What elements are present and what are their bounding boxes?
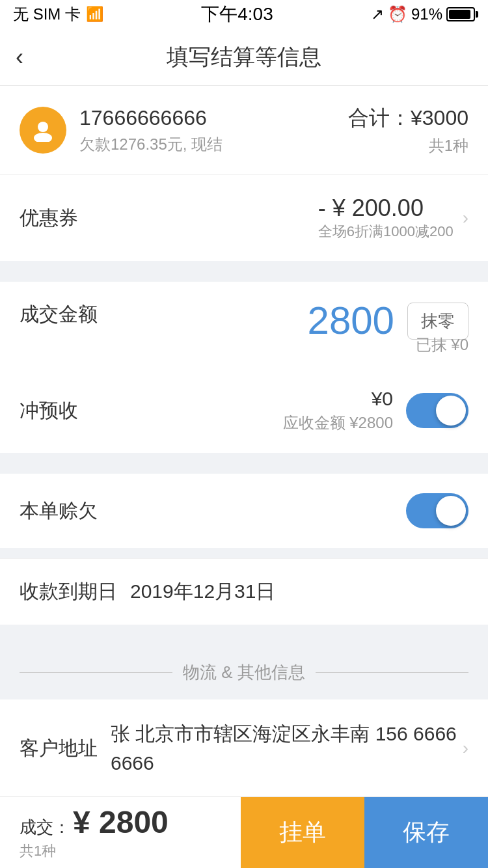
address-card: 客户地址 张 北京市市辖区海淀区永丰南 156 6666 6666 › [0, 699, 488, 797]
debt-row: 本单赊欠 [0, 474, 488, 548]
battery-percent: 91% [411, 5, 442, 23]
status-right: ↗ ⏰ 91% [371, 5, 475, 23]
debt-label: 本单赊欠 [20, 498, 98, 524]
bottom-summary: 成交： ¥ 2800 共1种 [0, 804, 241, 861]
user-info-card: 17666666666 欠款1276.35元, 现结 合计：¥3000 共1种 … [0, 86, 488, 261]
address-content: 张 北京市市辖区海淀区永丰南 156 6666 6666 [111, 719, 460, 778]
coupon-row[interactable]: 优惠券 - ¥ 200.00 全场6折满1000减200 › [0, 174, 488, 261]
round-button[interactable]: 抹零 [407, 303, 468, 340]
debt-toggle[interactable] [406, 493, 468, 528]
status-left: 无 SIM 卡 📶 [13, 4, 103, 25]
status-bar: 无 SIM 卡 📶 下午4:03 ↗ ⏰ 91% [0, 0, 488, 29]
address-chevron-icon: › [463, 738, 468, 759]
prepaid-label: 冲预收 [20, 398, 78, 424]
total-count: 共1种 [348, 135, 468, 156]
total-amount: 合计：¥3000 [348, 104, 468, 133]
battery-fill [449, 10, 470, 19]
svg-point-1 [34, 133, 52, 142]
user-info: 17666666666 欠款1276.35元, 现结 [79, 106, 223, 155]
logistics-line-left [20, 672, 172, 673]
due-date-label: 收款到期日 [20, 578, 117, 605]
due-date-card: 收款到期日 2019年12月31日 [0, 559, 488, 625]
page-header: ‹ 填写结算等信息 [0, 29, 488, 86]
battery-icon [446, 7, 475, 21]
user-avatar-icon [31, 118, 55, 142]
section-divider-4 [0, 635, 488, 645]
bottom-amount: ¥ 2800 [73, 804, 169, 840]
due-date-value: 2019年12月31日 [130, 578, 275, 605]
wifi-icon: 📶 [86, 6, 103, 23]
status-time: 下午4:03 [201, 2, 273, 27]
page-title: 填写结算等信息 [167, 42, 321, 72]
user-left: 17666666666 欠款1276.35元, 现结 [20, 106, 223, 155]
main-content: 17666666666 欠款1276.35元, 现结 合计：¥3000 共1种 … [0, 86, 488, 868]
user-phone: 17666666666 [79, 106, 223, 130]
section-divider-2 [0, 463, 488, 474]
user-debt: 欠款1276.35元, 现结 [79, 134, 223, 155]
bottom-deal-label: 成交： [20, 816, 70, 839]
section-divider-1 [0, 271, 488, 282]
prepaid-sub: 应收金额 ¥2800 [283, 413, 393, 433]
prepaid-row: 冲预收 ¥0 应收金额 ¥2800 [0, 368, 488, 453]
coupon-desc: 全场6折满1000减200 [318, 222, 454, 241]
debt-card: 本单赊欠 [0, 474, 488, 548]
amount-card: 成交金额 2800 抹零 已抹 ¥0 冲预收 ¥0 应收金额 ¥2800 [0, 282, 488, 453]
coupon-label: 优惠券 [20, 205, 78, 232]
save-button[interactable]: 保存 [364, 797, 488, 869]
amount-label: 成交金额 [20, 301, 98, 328]
prepaid-amounts: ¥0 应收金额 ¥2800 [283, 388, 393, 433]
user-right: 合计：¥3000 共1种 [348, 104, 468, 156]
address-label: 客户地址 [20, 735, 98, 762]
coupon-right: - ¥ 200.00 全场6折满1000减200 › [318, 195, 468, 241]
coupon-discount: - ¥ 200.00 [318, 195, 454, 222]
logistics-divider: 物流 & 其他信息 [0, 645, 488, 699]
due-date-row: 收款到期日 2019年12月31日 [0, 559, 488, 625]
bottom-count: 共1种 [20, 841, 221, 861]
logistics-line-right [316, 672, 468, 673]
prepaid-amount-value: ¥0 [283, 388, 393, 410]
logistics-text: 物流 & 其他信息 [183, 661, 305, 684]
svg-point-0 [38, 122, 48, 132]
prepaid-right: ¥0 应收金额 ¥2800 [283, 388, 468, 433]
toggle-knob [436, 396, 466, 426]
location-icon: ↗ [371, 5, 384, 23]
alarm-icon: ⏰ [388, 5, 407, 23]
user-row: 17666666666 欠款1276.35元, 现结 合计：¥3000 共1种 [0, 86, 488, 174]
debt-toggle-knob [436, 496, 466, 526]
coupon-chevron-icon: › [463, 208, 468, 228]
prepaid-toggle[interactable] [406, 393, 468, 428]
bottom-deal-row: 成交： ¥ 2800 [20, 804, 221, 840]
address-row[interactable]: 客户地址 张 北京市市辖区海淀区永丰南 156 6666 6666 › [0, 699, 488, 797]
bottom-bar: 成交： ¥ 2800 共1种 挂单 保存 [0, 796, 488, 868]
amount-value: 2800 [308, 301, 394, 340]
no-sim-label: 无 SIM 卡 [13, 4, 81, 25]
hang-button[interactable]: 挂单 [241, 797, 364, 869]
avatar [20, 107, 66, 154]
back-button[interactable]: ‹ [16, 44, 23, 71]
